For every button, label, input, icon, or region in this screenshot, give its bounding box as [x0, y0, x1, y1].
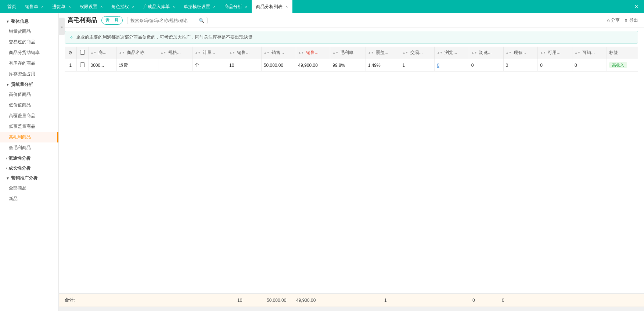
nav-permissions-close[interactable]: × — [100, 4, 102, 9]
th-transaction[interactable]: ▲▼ 交易... — [400, 47, 435, 59]
nav-product-storage-close[interactable]: × — [173, 4, 175, 9]
nav-product-storage[interactable]: 产成品入库单 × — [139, 0, 179, 13]
sidebar-item-low-margin[interactable]: 低毛利商品 — [0, 142, 58, 153]
sidebar-item-in-stock[interactable]: 有库存的商品 — [0, 58, 58, 69]
sidebar-item-sales-goods[interactable]: 销量货商品 — [0, 26, 58, 37]
col-sort-spec: ▲▼ — [161, 51, 166, 54]
footer-transaction: 1 — [382, 298, 411, 303]
th-name[interactable]: ▲▼ 商品名称 — [116, 47, 158, 59]
th-sales-qty[interactable]: ▲▼ 销售... — [227, 47, 262, 59]
cell-sales-qty: 10 — [227, 59, 262, 72]
sidebar-group-marketing[interactable]: ▼ 营销推广分析 — [0, 173, 58, 183]
cell-spec — [158, 59, 193, 72]
export-label: 导出 — [629, 17, 638, 23]
th-sellable[interactable]: ▲▼ 可销... — [572, 47, 607, 59]
footer-current-stock: 0 — [470, 298, 500, 303]
nav-product-analysis[interactable]: 商品分析 × — [220, 0, 252, 13]
nav-product-analysis-list[interactable]: 商品分析列表 × — [252, 0, 292, 13]
nav-template-settings[interactable]: 单据模板设置 × — [179, 0, 220, 13]
time-filter-btn[interactable]: 近一月 — [101, 16, 123, 25]
sidebar-collapse-btn[interactable]: « — [59, 18, 65, 35]
nav-product-analysis-label: 商品分析 — [224, 4, 242, 10]
th-sales-amount[interactable]: ▲▼ 销售... — [261, 47, 296, 59]
row-checkbox[interactable] — [80, 62, 85, 67]
col-sort-code: ▲▼ — [91, 51, 97, 54]
cell-gross-margin: 99.8% — [330, 59, 366, 72]
sidebar-item-sales-rate[interactable]: 商品分货助销率 — [0, 47, 58, 58]
select-all-checkbox[interactable] — [80, 50, 85, 55]
col-sort-sales-qty: ▲▼ — [229, 51, 235, 54]
sidebar-item-high-coverage[interactable]: 高覆盖量商品 — [0, 111, 58, 121]
sidebar-item-all-goods[interactable]: 全部商品 — [0, 183, 58, 194]
sidebar-item-high-margin[interactable]: 高毛利商品 — [0, 132, 58, 142]
nav-product-analysis-list-close[interactable]: × — [285, 4, 288, 9]
nav-purchase[interactable]: 进货单 × — [48, 0, 75, 13]
nav-purchase-close[interactable]: × — [68, 4, 71, 9]
th-browse2[interactable]: ▲▼ 浏览... — [469, 47, 503, 59]
sidebar-group-growth[interactable]: › 成长性分析 — [0, 163, 58, 173]
nav-sales-label: 销售单 — [25, 4, 38, 10]
table-container: ⚙ ▲▼ 商... ▲▼ 商品名称 — [59, 47, 644, 293]
nav-home[interactable]: 首页 — [3, 0, 21, 13]
th-sales-cost[interactable]: ▲▼ 销售... — [296, 47, 330, 59]
th-browse1[interactable]: ▲▼ 浏览... — [435, 47, 469, 59]
th-coverage[interactable]: ▲▼ 覆盖... — [366, 47, 400, 59]
nav-product-analysis-close[interactable]: × — [245, 4, 247, 9]
col-sort-sales-cost: ▲▼ — [298, 51, 304, 54]
group-growth-arrow: › — [6, 166, 7, 170]
export-icon: ⇪ — [624, 18, 628, 23]
table-row: 1 0000... 运费 个 10 50,000.00 49,900.00 99… — [65, 59, 638, 72]
nav-template-settings-close[interactable]: × — [213, 4, 215, 9]
group-contribution-arrow: ▼ — [6, 83, 10, 87]
sidebar-item-high-value[interactable]: 高价值商品 — [0, 89, 58, 100]
nav-close-all[interactable]: × — [632, 3, 641, 10]
search-input[interactable] — [130, 18, 197, 23]
th-current-stock[interactable]: ▲▼ 现有... — [503, 47, 538, 59]
footer-sales-amount: 50,000.00 — [265, 298, 294, 303]
sidebar-item-traded-goods[interactable]: 交易过的商品 — [0, 37, 58, 47]
cell-tag: 高收入 — [607, 59, 638, 72]
cell-browse1[interactable]: 0 — [435, 59, 469, 72]
th-code[interactable]: ▲▼ 商... — [88, 47, 116, 59]
nav-purchase-label: 进货单 — [52, 4, 65, 10]
sidebar-group-contribution[interactable]: ▼ 贡献量分析 — [0, 79, 58, 89]
tag-badge: 高收入 — [609, 62, 627, 68]
search-icon[interactable]: 🔍 — [199, 18, 204, 23]
th-settings[interactable]: ⚙ — [65, 47, 76, 59]
th-gross-margin[interactable]: ▲▼ 毛利率 — [330, 47, 366, 59]
horizontal-scrollbar[interactable] — [59, 307, 644, 311]
share-btn[interactable]: ⎋ 分享 — [607, 17, 620, 23]
nav-permissions[interactable]: 权限设置 × — [75, 0, 107, 13]
cell-checkbox[interactable] — [76, 59, 88, 72]
sidebar-item-low-value[interactable]: 低价值商品 — [0, 100, 58, 111]
cell-unit: 个 — [193, 59, 227, 72]
th-available[interactable]: ▲▼ 可用... — [538, 47, 572, 59]
sidebar-group-overview[interactable]: ▼ 整体信息 — [0, 16, 58, 26]
th-spec[interactable]: ▲▼ 规格... — [158, 47, 193, 59]
col-sort-coverage: ▲▼ — [368, 51, 374, 54]
share-label: 分享 — [611, 17, 620, 23]
th-tag[interactable]: 标签 — [607, 47, 638, 59]
nav-template-settings-label: 单据模板设置 — [184, 4, 210, 10]
th-unit[interactable]: ▲▼ 计量... — [193, 47, 227, 59]
footer-total: 合计: 10 50,000.00 49,900.00 1 0 0 — [59, 293, 644, 307]
group-flow-label: 流通性分析 — [8, 155, 30, 162]
sidebar-item-stock-capital[interactable]: 库存资金占用 — [0, 69, 58, 79]
nav-product-analysis-list-label: 商品分析列表 — [256, 4, 283, 10]
col-sort-unit: ▲▼ — [195, 51, 201, 54]
sidebar-group-flow[interactable]: › 流通性分析 — [0, 153, 58, 163]
nav-product-storage-label: 产成品入库单 — [143, 4, 170, 10]
cell-sellable: 0 — [572, 59, 607, 72]
col-sort-browse1: ▲▼ — [437, 51, 443, 54]
sidebar-item-low-coverage[interactable]: 低覆盖量商品 — [0, 121, 58, 132]
nav-permissions-label: 权限设置 — [80, 4, 97, 10]
nav-sales[interactable]: 销售单 × — [21, 0, 48, 13]
nav-roles-close[interactable]: × — [132, 4, 134, 9]
export-btn[interactable]: ⇪ 导出 — [624, 17, 638, 23]
col-sort-sales-amount: ▲▼ — [264, 51, 270, 54]
th-checkbox[interactable] — [76, 47, 88, 59]
nav-sales-close[interactable]: × — [41, 4, 43, 9]
cell-current-stock: 0 — [503, 59, 538, 72]
nav-roles[interactable]: 角色授权 × — [107, 0, 138, 13]
sidebar-item-new-goods[interactable]: 新品 — [0, 194, 58, 204]
